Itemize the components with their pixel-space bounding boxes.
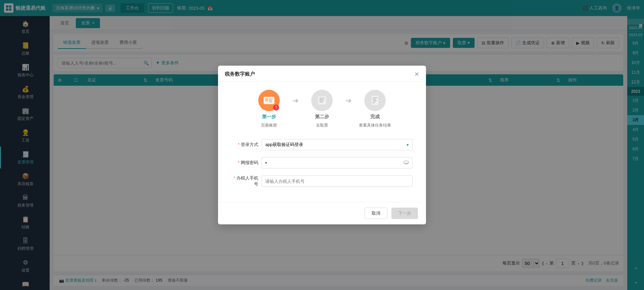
form-row-login-method: * 登录方式 app获取验证码登录 ▾ (231, 139, 413, 150)
step-1: ! 第一步 完善账密 (246, 90, 292, 128)
step-2-label: 第二步 (315, 114, 329, 120)
step-1-desc: 完善账密 (261, 123, 277, 128)
password-input[interactable] (262, 157, 413, 168)
modal-overlay[interactable]: 税务数字账户 ✕ (0, 0, 644, 290)
modal-body: ! 第一步 完善账密 ➔ (218, 82, 426, 202)
svg-rect-7 (269, 100, 272, 101)
modal-close-button[interactable]: ✕ (414, 71, 419, 77)
alert-dot: ! (273, 104, 279, 111)
step-2-desc: 去取票 (316, 123, 328, 128)
step-2-icon (311, 90, 333, 111)
step-3-icon (364, 90, 386, 111)
modal-footer: 取消 下一步 (218, 202, 426, 224)
svg-rect-6 (269, 99, 273, 99)
phone-label: * 办税人手机号 (231, 175, 262, 187)
required-mark-2: * (238, 160, 239, 165)
step-3-label: 完成 (370, 114, 380, 120)
password-label: * 网报密码 (231, 160, 262, 166)
eye-icon[interactable] (403, 160, 409, 165)
svg-rect-8 (269, 101, 272, 102)
modal-title: 税务数字账户 (225, 71, 255, 77)
form-row-phone: * 办税人手机号 (231, 175, 413, 187)
tax-digital-modal: 税务数字账户 ✕ (218, 66, 426, 224)
modal-header: 税务数字账户 ✕ (218, 66, 426, 82)
svg-point-5 (265, 98, 268, 101)
step-arrow-2: ➔ (345, 96, 352, 105)
svg-rect-10 (319, 98, 325, 98)
required-mark: * (238, 142, 239, 147)
steps-container: ! 第一步 完善账密 ➔ (231, 90, 413, 128)
login-method-label: * 登录方式 (231, 142, 262, 148)
step-arrow-1: ➔ (292, 96, 299, 105)
svg-rect-13 (319, 102, 323, 102)
required-mark-3: * (233, 175, 235, 180)
svg-rect-12 (319, 100, 324, 101)
login-method-select[interactable]: app获取验证码登录 ▾ (262, 139, 413, 150)
next-button[interactable]: 下一步 (391, 208, 418, 219)
svg-rect-17 (373, 100, 377, 101)
select-dropdown-icon: ▾ (407, 142, 409, 147)
password-input-wrap (262, 157, 413, 168)
cancel-button[interactable]: 取消 (365, 208, 387, 219)
svg-rect-11 (319, 99, 323, 100)
form-row-password: * 网报密码 (231, 157, 413, 168)
svg-rect-16 (373, 99, 376, 99)
step-1-label: 第一步 (262, 114, 276, 120)
step-1-icon: ! (258, 90, 280, 111)
svg-rect-15 (373, 97, 377, 98)
step-3: 完成 查看具体任务结果 (352, 90, 398, 128)
step-2: 第二步 去取票 (299, 90, 345, 128)
step-3-desc: 查看具体任务结果 (359, 123, 391, 128)
phone-input-wrap (262, 175, 413, 187)
phone-input[interactable] (262, 175, 413, 187)
